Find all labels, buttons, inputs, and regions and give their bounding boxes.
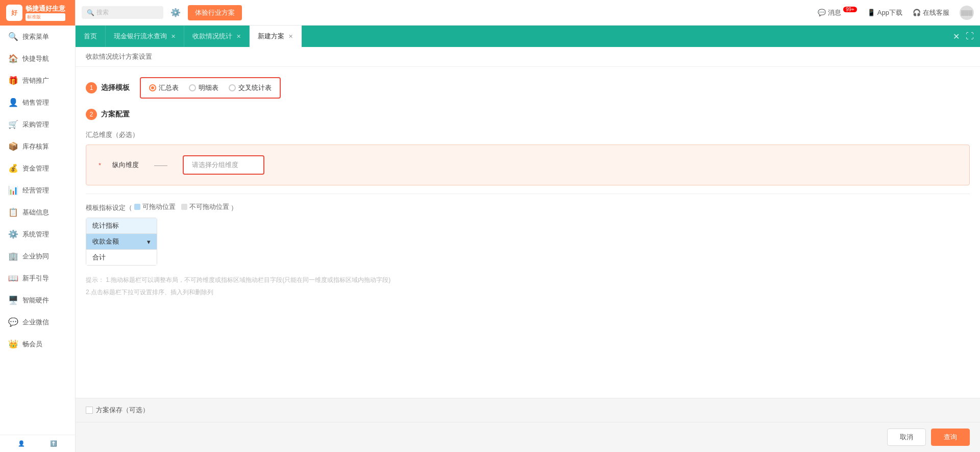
sidebar-label-12: 智能硬件 <box>22 296 49 305</box>
search-icon: 🔍 <box>87 9 94 16</box>
sidebar-item-6[interactable]: 💰资金管理 <box>0 157 75 179</box>
draggable-label: 可拖动位置 <box>142 202 176 211</box>
search-placeholder: 搜索 <box>96 8 109 17</box>
download-item[interactable]: 📱 App下载 <box>867 8 902 17</box>
trial-button[interactable]: 体验行业方案 <box>188 5 242 20</box>
sidebar-item-12[interactable]: 🖥️智能硬件 <box>0 289 75 311</box>
topbar-right: 💬 消息 99+ 📱 App下载 🎧 在线客服 ▓▓▓ <box>818 6 974 20</box>
avatar[interactable]: ▓▓▓ <box>960 6 974 20</box>
download-label: App下载 <box>877 8 902 17</box>
sidebar-label-6: 资金管理 <box>22 164 49 173</box>
settings-icon[interactable]: ⚙️ <box>170 8 181 17</box>
tab-close-1[interactable]: ✕ <box>171 33 176 40</box>
message-icon: 💬 <box>818 9 826 16</box>
footer-buttons: 取消 查询 <box>76 422 980 452</box>
logo-text: 畅捷通好生意 <box>26 5 65 13</box>
sidebar-bottom: 👤 ⬆️ <box>0 435 75 452</box>
sidebar-label-0: 搜索菜单 <box>22 32 49 41</box>
sidebar-item-3[interactable]: 👤销售管理 <box>0 91 75 113</box>
sidebar-item-1[interactable]: 🏠快捷导航 <box>0 47 75 69</box>
sidebar-item-7[interactable]: 📊经营管理 <box>0 179 75 201</box>
sidebar-label-13: 企业微信 <box>22 318 49 327</box>
service-label: 在线客服 <box>923 8 949 17</box>
radio-item-summary[interactable]: 汇总表 <box>149 83 179 92</box>
sidebar-item-0[interactable]: 🔍搜索菜单 <box>0 26 75 47</box>
message-item[interactable]: 💬 消息 99+ <box>818 8 857 17</box>
content-area: 收款情况统计方案设置 1 选择模板 汇总表明细表交叉统计表 2 方案配置 汇总维… <box>76 47 980 452</box>
sidebar-item-14[interactable]: 👑畅会员 <box>0 333 75 355</box>
sidebar-item-4[interactable]: 🛒采购管理 <box>0 113 75 135</box>
step2-block: 2 方案配置 <box>86 109 970 120</box>
tab-label-3: 新建方案 <box>258 32 284 41</box>
draggable-dot <box>134 204 140 210</box>
sidebar-bottom-user[interactable]: 👤 <box>18 440 25 447</box>
tabbar: 首页现金银行流水查询✕收款情况统计✕新建方案✕✕⛶ <box>76 26 980 47</box>
sidebar-item-13[interactable]: 💬企业微信 <box>0 311 75 333</box>
radio-item-detail[interactable]: 明细表 <box>189 83 218 92</box>
template-selector: 汇总表明细表交叉统计表 <box>140 77 281 99</box>
hint-1: 2.点击标题栏下拉可设置排序、插入列和删除列 <box>86 286 970 298</box>
step1-block: 1 选择模板 汇总表明细表交叉统计表 <box>86 77 970 99</box>
query-button[interactable]: 查询 <box>931 429 970 446</box>
sidebar-nav: 🔍搜索菜单🏠快捷导航🎁营销推广👤销售管理🛒采购管理📦库存核算💰资金管理📊经营管理… <box>0 26 75 435</box>
radio-dot-summary <box>149 84 156 91</box>
metric-legend-row: 模板指标设定（ 可拖动位置 不可拖动位置 ） <box>86 202 970 212</box>
sidebar-item-8[interactable]: 📋基础信息 <box>0 201 75 223</box>
tab-3[interactable]: 新建方案✕ <box>250 26 302 47</box>
save-checkbox[interactable] <box>86 407 93 414</box>
tab-label-1: 现金银行流水查询 <box>114 32 167 41</box>
metric-col-label: 收款金额 <box>92 237 119 246</box>
sidebar-bottom-upgrade[interactable]: ⬆️ <box>50 440 57 447</box>
sidebar-label-3: 销售管理 <box>22 98 49 107</box>
metric-close-paren: ） <box>231 204 237 211</box>
radio-dot-detail <box>189 84 196 91</box>
form-body: 1 选择模板 汇总表明细表交叉统计表 2 方案配置 汇总维度（必选） * 纵向维… <box>76 67 980 398</box>
sidebar-icon-4: 🛒 <box>8 120 18 129</box>
tab-0[interactable]: 首页 <box>76 26 106 47</box>
metric-sub-header[interactable]: 收款金额 ▾ <box>86 234 157 250</box>
radio-label-cross: 交叉统计表 <box>238 83 272 92</box>
sidebar-label-8: 基础信息 <box>22 208 49 217</box>
sidebar-label-10: 企业协同 <box>22 252 49 261</box>
bottom-bar: 方案保存（可选） <box>76 398 980 422</box>
sidebar-logo: 好 畅捷通好生意 标准版 <box>0 0 75 26</box>
metric-header-row: 统计指标 <box>86 218 157 234</box>
expand-icon[interactable]: ⛶ <box>966 32 974 41</box>
sidebar-icon-3: 👤 <box>8 98 18 107</box>
sidebar-icon-2: 🎁 <box>8 76 18 85</box>
cancel-button[interactable]: 取消 <box>887 429 926 446</box>
tab-2[interactable]: 收款情况统计✕ <box>184 26 250 47</box>
hints-section: 提示： 1.拖动标题栏可以调整布局，不可跨维度或指标区域拖动栏目字段(只能在同一… <box>86 274 970 298</box>
message-label: 消息 <box>828 8 841 17</box>
service-icon: 🎧 <box>913 9 921 16</box>
tab-close-3[interactable]: ✕ <box>288 33 293 40</box>
step2-num: 2 <box>86 109 97 120</box>
dim-select[interactable]: 请选择分组维度 <box>183 155 264 175</box>
message-badge: 99+ <box>843 7 857 12</box>
tab-close-2[interactable]: ✕ <box>236 33 241 40</box>
sidebar-icon-6: 💰 <box>8 163 18 173</box>
close-icon[interactable]: ✕ <box>953 32 960 41</box>
save-checkbox-item[interactable]: 方案保存（可选） <box>86 406 149 415</box>
metric-total-row: 合计 <box>86 250 157 265</box>
metric-setting-label: 模板指标设定（ <box>86 204 132 211</box>
service-item[interactable]: 🎧 在线客服 <box>913 8 949 17</box>
tab-1[interactable]: 现金银行流水查询✕ <box>106 26 184 47</box>
sidebar-item-11[interactable]: 📖新手引导 <box>0 267 75 289</box>
radio-item-cross[interactable]: 交叉统计表 <box>229 83 272 92</box>
radio-dot-cross <box>229 84 236 91</box>
search-bar[interactable]: 🔍 搜索 <box>82 6 163 19</box>
sidebar-item-10[interactable]: 🏢企业协同 <box>0 245 75 267</box>
sidebar-item-9[interactable]: ⚙️系统管理 <box>0 223 75 245</box>
download-icon: 📱 <box>867 9 875 16</box>
sidebar-label-9: 系统管理 <box>22 230 49 239</box>
avatar-placeholder: ▓▓▓ <box>961 10 972 15</box>
step1-num: 1 <box>86 82 97 93</box>
sidebar-label-14: 畅会员 <box>22 340 42 349</box>
sidebar-icon-10: 🏢 <box>8 251 18 261</box>
sidebar-label-5: 库存核算 <box>22 142 49 151</box>
dropdown-icon: ▾ <box>147 238 151 246</box>
sidebar-item-5[interactable]: 📦库存核算 <box>0 135 75 157</box>
sidebar-item-2[interactable]: 🎁营销推广 <box>0 69 75 91</box>
sidebar-label-7: 经营管理 <box>22 186 49 195</box>
